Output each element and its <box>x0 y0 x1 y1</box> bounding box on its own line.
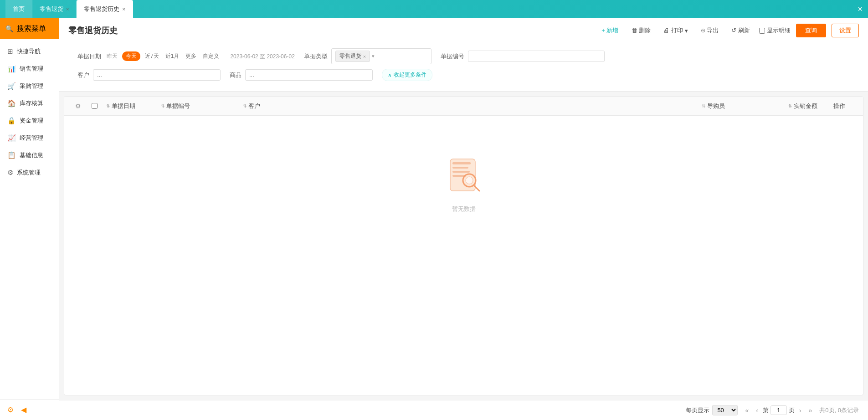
sidebar-item-inventory-label: 库存核算 <box>20 99 43 108</box>
sales-mgmt-icon: 📊 <box>7 65 16 73</box>
per-page-select[interactable]: 50 20 100 <box>712 405 738 415</box>
date-options: 昨天 今天 近7天 近1月 更多 自定义 <box>105 51 221 61</box>
print-dropdown-icon[interactable]: ▾ <box>685 27 688 34</box>
sidebar-item-sales-mgmt[interactable]: 📊 销售管理 <box>0 60 59 77</box>
sidebar-item-finance[interactable]: 🔒 资金管理 <box>0 112 59 129</box>
date-opt-7days[interactable]: 近7天 <box>143 51 161 61</box>
th-checkbox-wrapper[interactable] <box>86 97 103 115</box>
th-date-sort-icon[interactable]: ⇅ <box>106 103 110 108</box>
tab-retail-return[interactable]: 零售退货 × <box>32 0 77 18</box>
filter-date-range-display: 2023-06-02 至 2023-06-02 <box>230 52 294 61</box>
tab-home[interactable]: 首页 <box>5 0 32 18</box>
quick-nav-icon: ⊞ <box>7 47 13 56</box>
sidebar-item-basic-info-label: 基础信息 <box>20 151 43 159</box>
delete-button-label: 🗑 删除 <box>632 26 651 35</box>
bill-date-label: 单据日期 <box>77 52 101 61</box>
export-button[interactable]: ⊙ 导出 <box>697 25 723 36</box>
finance-icon: 🔒 <box>7 117 16 125</box>
sidebar-item-quick-nav[interactable]: ⊞ 快捷导航 <box>0 43 59 60</box>
table-container: ⚙ ⇅ 单据日期 ⇅ 单据编号 ⇅ 客户 ⇅ <box>64 96 863 395</box>
bill-type-label: 单据类型 <box>304 52 328 61</box>
window-close-button[interactable]: × <box>858 5 863 14</box>
th-date-label: 单据日期 <box>112 102 135 110</box>
gear-icon[interactable]: ⚙ <box>75 102 81 110</box>
sidebar-item-purchase-mgmt[interactable]: 🛒 采购管理 <box>0 77 59 95</box>
tab-retail-return-close[interactable]: × <box>66 6 69 12</box>
inventory-icon: 🏠 <box>7 99 16 108</box>
delete-button[interactable]: 🗑 删除 <box>628 25 655 36</box>
th-customer: ⇅ 客户 <box>239 97 698 115</box>
basic-info-icon: 📋 <box>7 151 16 159</box>
sidebar-item-inventory[interactable]: 🏠 库存核算 <box>0 95 59 112</box>
sidebar-item-ops-mgmt-label: 经营管理 <box>20 134 43 142</box>
ops-mgmt-icon: 📈 <box>7 134 16 142</box>
filter-customer: 客户 <box>77 69 221 81</box>
current-page-input[interactable] <box>770 405 787 415</box>
tab-retail-return-history[interactable]: 零售退货历史 × <box>77 0 133 18</box>
collapse-button[interactable]: ∧ 收起更多条件 <box>382 69 432 81</box>
bill-number-label: 单据编号 <box>441 52 464 61</box>
toolbar: + 新增 🗑 删除 🖨 打印 ▾ ⊙ 导出 ↺ 刷新 <box>598 24 859 37</box>
date-opt-1month[interactable]: 近1月 <box>164 51 181 61</box>
last-page-button[interactable]: » <box>806 406 815 415</box>
first-page-button[interactable]: « <box>742 406 751 415</box>
goods-input[interactable] <box>245 69 373 81</box>
pagination: 每页显示 50 20 100 « ‹ 第 页 › » 共0页, 0条记录 <box>59 400 868 420</box>
prev-page-button[interactable]: ‹ <box>753 406 761 415</box>
collapse-icon-up: ∧ <box>388 72 392 78</box>
display-detail-checkbox[interactable] <box>759 28 765 34</box>
purchase-mgmt-icon: 🛒 <box>7 82 16 90</box>
settings-icon[interactable]: ⚙ <box>7 405 14 414</box>
sidebar-item-ops-mgmt[interactable]: 📈 经营管理 <box>0 129 59 147</box>
date-opt-more[interactable]: 更多 <box>184 51 198 61</box>
new-button-label: + 新增 <box>601 26 618 35</box>
th-number: ⇅ 单据编号 <box>157 97 239 115</box>
display-detail-label: 显示明细 <box>767 26 791 35</box>
bill-number-input[interactable] <box>468 51 605 62</box>
sidebar-search[interactable]: 🔍 搜索菜单 <box>0 18 59 39</box>
empty-text: 暂无数据 <box>452 205 476 213</box>
th-customer-sort-icon[interactable]: ⇅ <box>243 103 247 108</box>
query-button[interactable]: 查询 <box>796 24 826 37</box>
sidebar: 🔍 搜索菜单 ⊞ 快捷导航 📊 销售管理 🛒 采购管理 🏠 库存核算 🔒 <box>0 18 59 420</box>
tab-retail-return-history-close[interactable]: × <box>122 6 125 12</box>
table-header: ⚙ ⇅ 单据日期 ⇅ 单据编号 ⇅ 客户 ⇅ <box>64 97 863 116</box>
bill-type-tag-close[interactable]: × <box>363 54 366 59</box>
print-button[interactable]: 🖨 打印 ▾ <box>660 25 692 36</box>
filter-bill-type: 单据类型 零售退货 × ▾ <box>304 48 431 64</box>
th-amount-sort-icon[interactable]: ⇅ <box>788 103 792 108</box>
filter-bill-date: 单据日期 昨天 今天 近7天 近1月 更多 自定义 <box>77 51 221 61</box>
th-number-label: 单据编号 <box>166 102 190 110</box>
filter-bill-number: 单据编号 <box>441 51 605 62</box>
print-button-label: 🖨 打印 <box>663 26 683 35</box>
export-button-label: ⊙ 导出 <box>701 26 719 35</box>
select-all-checkbox[interactable] <box>92 103 98 109</box>
th-guide-sort-icon[interactable]: ⇅ <box>702 103 705 108</box>
date-opt-today[interactable]: 今天 <box>122 51 140 61</box>
sidebar-item-quick-nav-label: 快捷导航 <box>17 47 41 56</box>
th-number-sort-icon[interactable]: ⇅ <box>161 103 164 108</box>
display-detail-checkbox-wrapper[interactable]: 显示明细 <box>759 26 791 35</box>
date-range-value: 2023-06-02 至 2023-06-02 <box>230 53 294 61</box>
sidebar-item-sys-mgmt[interactable]: ⚙ 系统管理 <box>0 164 59 181</box>
th-guide: ⇅ 导购员 <box>698 97 766 115</box>
filter-row-2: 客户 商品 ∧ 收起更多条件 <box>77 69 850 81</box>
sidebar-bottom: ⚙ ◀ <box>0 399 59 420</box>
setting-button[interactable]: 设置 <box>832 24 859 37</box>
th-gear[interactable]: ⚙ <box>70 97 86 115</box>
sys-mgmt-icon: ⚙ <box>7 169 13 177</box>
svg-point-7 <box>466 177 473 184</box>
customer-input[interactable] <box>93 69 221 81</box>
empty-state-illustration <box>441 152 487 198</box>
next-page-button[interactable]: › <box>796 406 804 415</box>
sidebar-item-finance-label: 资金管理 <box>20 117 43 125</box>
bill-type-select[interactable]: 零售退货 × ▾ <box>331 48 431 64</box>
date-opt-yesterday[interactable]: 昨天 <box>105 51 119 61</box>
collapse-icon[interactable]: ◀ <box>21 405 26 414</box>
date-opt-custom[interactable]: 自定义 <box>201 51 221 61</box>
page-nav: « ‹ 第 页 › » <box>742 405 815 415</box>
new-button[interactable]: + 新增 <box>598 25 622 36</box>
refresh-button[interactable]: ↺ 刷新 <box>728 25 754 36</box>
sidebar-item-basic-info[interactable]: 📋 基础信息 <box>0 147 59 164</box>
goods-label: 商品 <box>230 71 241 79</box>
